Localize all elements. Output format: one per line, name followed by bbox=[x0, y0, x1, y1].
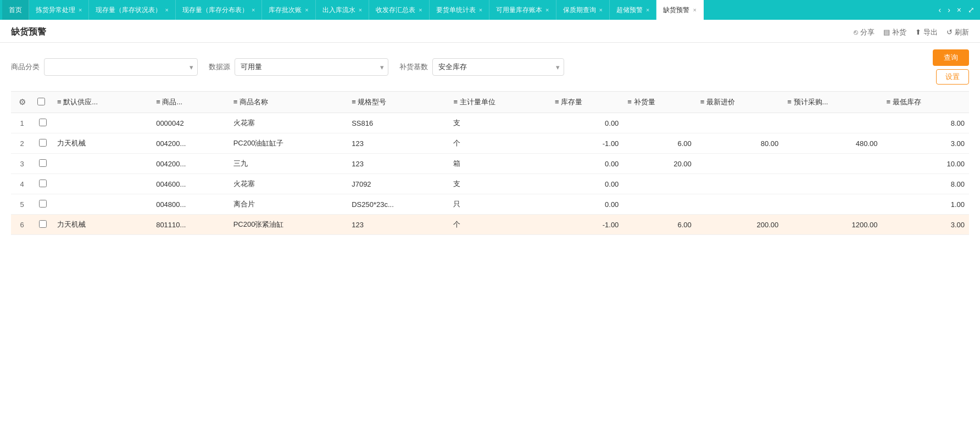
tab-maximize-button[interactable]: ⤢ bbox=[965, 3, 978, 16]
row-check-4[interactable] bbox=[39, 180, 47, 187]
row-replenish-3: 20.00 bbox=[623, 154, 695, 174]
row-number-1: 1 bbox=[11, 113, 33, 133]
row-checkbox-3[interactable] bbox=[33, 154, 53, 174]
row-latest-price-2: 80.00 bbox=[696, 133, 783, 154]
col-product-name: ≡ 商品名称 bbox=[229, 92, 348, 113]
tab-shortage[interactable]: 缺货预警 × bbox=[656, 0, 703, 20]
select-all-checkbox[interactable] bbox=[37, 98, 45, 105]
row-supplier-2: 力天机械 bbox=[53, 133, 152, 154]
tab-nav-buttons: ‹ › × ⤢ bbox=[935, 3, 978, 16]
tab-overstock[interactable]: 超储预警 × bbox=[610, 0, 656, 20]
tab-close-shortage[interactable]: × bbox=[693, 7, 696, 13]
row-checkbox-2[interactable] bbox=[33, 133, 53, 154]
tab-next-button[interactable]: › bbox=[944, 3, 954, 16]
row-product-code-1: 0000042 bbox=[152, 113, 229, 133]
tab-inout-flow[interactable]: 出入库流水 × bbox=[316, 0, 369, 20]
tab-close-inventory-status[interactable]: × bbox=[165, 7, 168, 13]
export-button[interactable]: ⬆ 导出 bbox=[915, 27, 938, 37]
table-row: 2 力天机械 004200... PC200油缸缸子 123 个 -1.00 6… bbox=[11, 133, 969, 154]
row-check-3[interactable] bbox=[39, 159, 47, 167]
col-est-purchase: ≡ 预计采购... bbox=[783, 92, 882, 113]
tab-expiry-query[interactable]: 保质期查询 × bbox=[556, 0, 610, 20]
replenish-button[interactable]: ▤ 补货 bbox=[883, 27, 906, 37]
row-est-purchase-2: 480.00 bbox=[783, 133, 882, 154]
datasource-select[interactable]: 可用量 bbox=[235, 58, 388, 76]
tab-close-expiry-query[interactable]: × bbox=[599, 7, 603, 13]
row-check-2[interactable] bbox=[39, 139, 47, 147]
row-est-purchase-6: 1200.00 bbox=[783, 215, 882, 235]
row-number-4: 4 bbox=[11, 174, 33, 194]
replenish-icon: ▤ bbox=[883, 28, 890, 36]
row-latest-price-6: 200.00 bbox=[696, 215, 783, 235]
tab-close-abnormal[interactable]: × bbox=[79, 7, 82, 13]
tab-abnormal[interactable]: 拣货异常处理 × bbox=[29, 0, 89, 20]
tab-receive-summary[interactable]: 收发存汇总表 × bbox=[369, 0, 429, 20]
data-table: ⚙ ≡ 默认供应... ≡ 商品... ≡ 商品名称 ≡ bbox=[11, 91, 969, 235]
row-product-code-2: 004200... bbox=[152, 133, 229, 154]
row-replenish-1 bbox=[623, 113, 695, 133]
tab-available-ledger[interactable]: 可用量库存账本 × bbox=[489, 0, 556, 20]
row-check-6[interactable] bbox=[39, 220, 47, 228]
row-stock-4: 0.00 bbox=[550, 174, 623, 194]
tab-close-inout-flow[interactable]: × bbox=[359, 7, 362, 13]
row-min-stock-5: 1.00 bbox=[882, 194, 969, 215]
datasource-select-wrapper: 可用量 ▾ bbox=[235, 58, 388, 76]
tab-inventory-dist[interactable]: 现存量（库存分布表） × bbox=[176, 0, 262, 20]
settings-button[interactable]: 设置 bbox=[936, 69, 969, 85]
col-spec: ≡ 规格型号 bbox=[347, 92, 449, 113]
tab-close-receive-summary[interactable]: × bbox=[419, 7, 422, 13]
tab-close-batch-account[interactable]: × bbox=[305, 7, 308, 13]
tab-batch-account[interactable]: 库存批次账 × bbox=[262, 0, 315, 20]
table-row: 5 004800... 离合片 DS250*23c... 只 0.00 1.00 bbox=[11, 194, 969, 215]
row-check-1[interactable] bbox=[39, 119, 47, 126]
row-stock-3: 0.00 bbox=[550, 154, 623, 174]
refresh-button[interactable]: ↺ 刷新 bbox=[946, 27, 969, 37]
tab-inventory-status[interactable]: 现存量（库存状况表） × bbox=[89, 0, 175, 20]
export-icon: ⬆ bbox=[915, 28, 921, 36]
row-supplier-1 bbox=[53, 113, 152, 133]
tab-close-order-stats[interactable]: × bbox=[479, 7, 482, 13]
row-latest-price-4 bbox=[696, 174, 783, 194]
row-stock-1: 0.00 bbox=[550, 113, 623, 133]
table-row: 1 0000042 火花塞 SS816 支 0.00 8.00 bbox=[11, 113, 969, 133]
row-unit-1: 支 bbox=[449, 113, 550, 133]
tab-home[interactable]: 首页 bbox=[2, 0, 29, 20]
filter-group-replenish-base: 补货基数 安全库存 ▾ bbox=[399, 58, 564, 76]
row-unit-6: 个 bbox=[449, 215, 550, 235]
row-product-name-4: 火花塞 bbox=[229, 174, 348, 194]
row-min-stock-3: 10.00 bbox=[882, 154, 969, 174]
row-supplier-6: 力天机械 bbox=[53, 215, 152, 235]
replenish-base-select[interactable]: 安全库存 bbox=[432, 58, 564, 76]
col-settings: ⚙ bbox=[11, 92, 33, 113]
row-checkbox-6[interactable] bbox=[33, 215, 53, 235]
tab-order-stats[interactable]: 要货单统计表 × bbox=[430, 0, 489, 20]
row-spec-3: 123 bbox=[347, 154, 449, 174]
col-stock: ≡ 库存量 bbox=[550, 92, 623, 113]
row-checkbox-4[interactable] bbox=[33, 174, 53, 194]
table-row: 3 004200... 三九 123 箱 0.00 20.00 10.00 bbox=[11, 154, 969, 174]
row-number-2: 2 bbox=[11, 133, 33, 154]
tab-prev-button[interactable]: ‹ bbox=[935, 3, 944, 16]
page-title: 缺货预警 bbox=[11, 26, 46, 38]
row-min-stock-2: 3.00 bbox=[882, 133, 969, 154]
row-checkbox-1[interactable] bbox=[33, 113, 53, 133]
replenish-base-select-wrapper: 安全库存 ▾ bbox=[432, 58, 564, 76]
row-unit-2: 个 bbox=[449, 133, 550, 154]
tab-close-all-button[interactable]: × bbox=[954, 3, 965, 16]
row-est-purchase-1 bbox=[783, 113, 882, 133]
row-latest-price-5 bbox=[696, 194, 783, 215]
tab-close-overstock[interactable]: × bbox=[646, 7, 649, 13]
row-spec-1: SS816 bbox=[347, 113, 449, 133]
column-settings-button[interactable]: ⚙ bbox=[19, 97, 26, 107]
tab-close-available-ledger[interactable]: × bbox=[545, 7, 549, 13]
row-replenish-2: 6.00 bbox=[623, 133, 695, 154]
table-row: 6 力天机械 801110... PC200张紧油缸 123 个 -1.00 6… bbox=[11, 215, 969, 235]
row-check-5[interactable] bbox=[39, 200, 47, 208]
category-select[interactable] bbox=[44, 58, 198, 76]
query-button[interactable]: 查询 bbox=[933, 49, 969, 66]
row-replenish-4 bbox=[623, 174, 695, 194]
share-button[interactable]: ⎋ 分享 bbox=[854, 27, 875, 37]
col-product-code: ≡ 商品... bbox=[152, 92, 229, 113]
row-checkbox-5[interactable] bbox=[33, 194, 53, 215]
tab-close-inventory-dist[interactable]: × bbox=[252, 7, 255, 13]
